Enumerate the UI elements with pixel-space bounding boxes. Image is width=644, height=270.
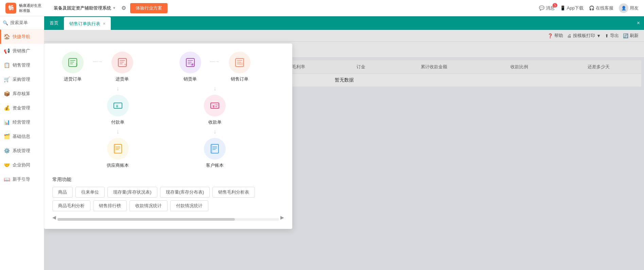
svg-text:¥: ¥: [116, 104, 118, 109]
quick-nav-overlay[interactable]: 进货订单 - - - →: [44, 30, 644, 270]
sidebar-items-container: 🏠 快捷导航 📢 营销推广 📋 销售管理 🛒 采购管理 📦 库存核算 💰 资金管…: [0, 30, 44, 186]
sidebar-item-label: 库存核算: [13, 91, 30, 97]
app-download-button[interactable]: 📱 App下载: [560, 5, 584, 11]
func-btn[interactable]: 商品: [52, 187, 73, 198]
common-functions: 常用功能 商品往来单位现存量(库存状况表)现存量(库存分布表)销售毛利分析表商品…: [52, 177, 284, 211]
scroll-left-icon[interactable]: ◀: [52, 215, 56, 220]
settings-icon[interactable]: ⚙: [121, 5, 126, 11]
top-right-actions: 💬 消息 5 📱 App下载 🎧 在线客服 👤 用友: [539, 3, 639, 13]
purchase-icon: 🛒: [4, 76, 10, 83]
sales-order-label: 销售订单: [231, 76, 248, 82]
tab-home[interactable]: 首页: [44, 16, 64, 30]
sidebar-item-basics[interactable]: 🗂️ 基础信息: [0, 129, 44, 144]
system-icon: ⚙️: [4, 148, 10, 154]
sidebar-item-inventory[interactable]: 📦 库存核算: [0, 87, 44, 101]
payment-bill-node[interactable]: ¥ 付款单: [98, 95, 138, 125]
online-service-button[interactable]: 🎧 在线客服: [589, 5, 613, 11]
sidebar-item-label: 营销推广: [13, 48, 30, 54]
sidebar-search[interactable]: 🔍 搜索菜单: [0, 16, 44, 30]
arrow-receipt-down: ↓: [204, 128, 226, 135]
headset-icon: 🎧: [589, 5, 594, 11]
finance-icon: 💰: [4, 105, 10, 111]
avatar: 👤: [619, 3, 628, 13]
operations-icon: 📊: [4, 119, 10, 125]
sidebar-item-sales[interactable]: 📋 销售管理: [0, 58, 44, 72]
func-btn[interactable]: 现存量(库存状况表): [107, 187, 157, 198]
arrow-sales-down: ↓: [204, 85, 226, 92]
sales-bill-node[interactable]: 销货单: [170, 52, 211, 82]
sidebar-item-marketing[interactable]: 📢 营销推广: [0, 44, 44, 58]
arrow-purchase-down: ↓: [107, 85, 129, 92]
panel-scrollbar[interactable]: [57, 218, 279, 221]
func-btn[interactable]: 往来单位: [75, 187, 105, 198]
sidebar-item-label: 企业协同: [13, 162, 30, 168]
sales-row: 销货单 ← - - -: [170, 52, 260, 82]
sidebar-item-label: 采购管理: [13, 76, 30, 83]
scroll-right-icon[interactable]: ▶: [280, 215, 284, 220]
message-badge: 5: [553, 3, 557, 7]
svg-rect-0: [69, 58, 77, 67]
tab-bar-close-icon[interactable]: ×: [633, 20, 644, 26]
flow-group-left: 进货订单 - - - →: [52, 52, 143, 168]
svg-rect-1: [118, 58, 126, 67]
collab-icon: 🤝: [4, 162, 10, 168]
message-icon: 💬: [539, 5, 544, 11]
message-button[interactable]: 💬 消息 5: [539, 5, 555, 11]
supplier-ledger-node[interactable]: 供应商账本: [98, 138, 138, 168]
logo-text: 畅康通好生意 标准版: [19, 3, 41, 13]
func-btn[interactable]: 销售毛利分析表: [212, 187, 255, 198]
func-btn[interactable]: 收款情况统计: [129, 200, 168, 211]
try-button[interactable]: 体验行业方案: [130, 3, 168, 13]
payment-bill-circle: ¥: [107, 95, 129, 116]
sidebar-item-label: 系统管理: [13, 148, 30, 154]
sales-order-circle: [229, 52, 250, 73]
sidebar: 🔍 搜索菜单 🏠 快捷导航 📢 营销推广 📋 销售管理 🛒 采购管理 📦 库存核…: [0, 16, 44, 270]
sales-order-node[interactable]: 销售订单: [219, 52, 260, 82]
tab-sales-execution[interactable]: 销售订单执行表 ×: [64, 17, 111, 31]
sidebar-item-collab[interactable]: 🤝 企业协同: [0, 158, 44, 172]
purchase-bill-label: 进货单: [116, 76, 129, 82]
quick-nav-panel: 进货订单 - - - →: [44, 43, 292, 229]
svg-rect-10: [211, 103, 219, 108]
app-wrapper: 畅 畅康通好生意 标准版 装备及固定资产辅助管理系统 ▼ ⚙ 体验行业方案 💬 …: [0, 0, 644, 270]
common-func-title: 常用功能: [52, 177, 284, 183]
basics-icon: 🗂️: [4, 133, 10, 140]
phone-icon: 📱: [560, 5, 565, 11]
tab-bar: 首页 销售订单执行表 × ×: [44, 16, 644, 30]
sidebar-item-purchase[interactable]: 🛒 采购管理: [0, 72, 44, 87]
svg-rect-13: [211, 144, 213, 153]
func-btn[interactable]: 销售排行榜: [93, 200, 127, 211]
supplier-ledger-circle: [107, 138, 129, 160]
func-btn[interactable]: 现存量(库存分布表): [160, 187, 210, 198]
system-title-dropdown[interactable]: 装备及固定资产辅助管理系统 ▼: [54, 5, 116, 11]
content-area: 首页 销售订单执行表 × × ❓ 帮助 �: [44, 16, 644, 270]
sidebar-item-quick-nav[interactable]: 🏠 快捷导航: [0, 30, 44, 44]
payment-bill-label: 付款单: [111, 119, 124, 125]
func-btn[interactable]: 商品毛利分析: [52, 200, 90, 211]
svg-rect-9: [240, 62, 243, 65]
purchase-bill-node[interactable]: 进货单: [102, 52, 143, 82]
purchase-row: 进货订单 - - - →: [52, 52, 143, 82]
purchase-order-label: 进货订单: [64, 76, 82, 82]
customer-ledger-circle: [204, 138, 226, 160]
user-menu[interactable]: 👤 用友: [619, 3, 639, 13]
tab-close-icon[interactable]: ×: [103, 21, 105, 26]
sales-bill-circle: [179, 52, 201, 73]
svg-rect-5: [114, 144, 116, 153]
arrow-payment-down: ↓: [107, 128, 129, 135]
receipt-bill-circle: ¥: [204, 95, 226, 116]
sidebar-item-system[interactable]: ⚙️ 系统管理: [0, 144, 44, 158]
purchase-order-node[interactable]: 进货订单: [52, 52, 93, 82]
receipt-bill-node[interactable]: ¥ 收款单: [194, 95, 235, 125]
customer-ledger-node[interactable]: 客户账本: [194, 138, 235, 168]
sidebar-item-operations[interactable]: 📊 经营管理: [0, 115, 44, 129]
search-icon: 🔍: [3, 20, 8, 25]
sidebar-item-label: 基础信息: [13, 133, 30, 140]
page-content: ❓ 帮助 🖨 按模板打印 ▼ ⬆ 导出 🔄: [44, 30, 644, 270]
marketing-icon: 📢: [4, 48, 10, 54]
sidebar-item-newbie[interactable]: 📖 新手引导: [0, 172, 44, 186]
chevron-down-icon: ▼: [112, 6, 116, 10]
sidebar-item-finance[interactable]: 💰 资金管理: [0, 101, 44, 115]
func-btn[interactable]: 付款情况统计: [170, 200, 208, 211]
sidebar-item-label: 新手引导: [13, 176, 30, 182]
